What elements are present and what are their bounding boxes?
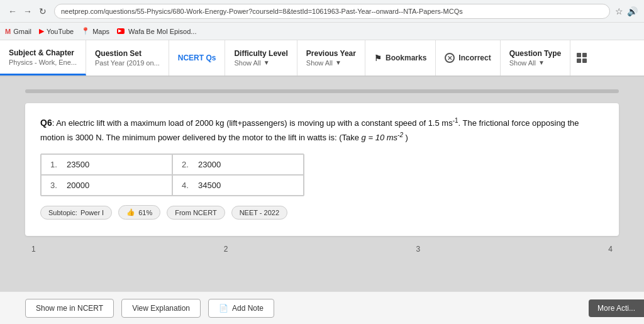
page-2[interactable]: 2 [224,245,228,254]
bookmark-wafa[interactable]: ▶ Wafa Be Mol Episod... [117,28,196,35]
add-note-button[interactable]: 📄 Add Note [208,299,274,318]
from-ncert-label: From NCERT [175,209,216,216]
option-4[interactable]: 4. 34500 [172,175,304,196]
option-3[interactable]: 3. 20000 [41,175,172,196]
address-bar[interactable]: neetprep.com/questions/55-Physics/680-Wo… [54,4,610,19]
exam-label: NEET - 2022 [240,209,279,216]
nav-buttons: ← → ↻ [6,5,49,18]
scroll-bar-hint[interactable] [25,89,619,93]
ncert-qs-label: NCERT Qs [178,53,216,62]
previous-year-filter[interactable]: Previous Year Show All ▼ [297,40,365,75]
option-4-num: 4. [182,181,192,190]
more-actions-button[interactable]: More Acti... [589,299,644,317]
subtopic-tag[interactable]: Subtopic: Power I [40,206,112,220]
question-number: Q6 [40,118,52,128]
note-icon: 📄 [219,304,228,313]
option-1-num: 1. [50,160,60,169]
filter-toolbar: Subject & Chapter Physics - Work, Ene...… [0,40,644,77]
question-set-value: Past Year (2019 on... [95,59,160,67]
page-1[interactable]: 1 [31,245,36,254]
options-grid: 1. 23500 2. 23000 3. 20000 4. 34500 [40,154,304,196]
exam-tag[interactable]: NEET - 2022 [231,206,287,220]
bookmark-youtube[interactable]: ▶ YouTube [39,27,74,35]
difficulty-dropdown-arrow: ▼ [264,59,270,66]
option-2[interactable]: 2. 23000 [172,154,304,175]
subtopic-value: Power I [80,209,104,216]
gmail-icon: M [5,28,11,35]
page-3[interactable]: 3 [416,245,421,254]
page-4[interactable]: 4 [608,245,613,254]
show-ncert-button[interactable]: Show me in NCERT [25,299,114,318]
option-2-value: 23000 [198,160,221,169]
option-1-value: 23500 [67,160,89,169]
show-ncert-label: Show me in NCERT [36,304,103,313]
question-type-value: Show All [509,59,536,67]
gmail-label: Gmail [13,28,31,35]
subject-chapter-value: Physics - Work, Ene... [9,59,77,66]
bookmarks-bar: M Gmail ▶ YouTube 📍 Maps ▶ Wafa Be Mol E… [0,23,644,40]
bookmark-maps[interactable]: 📍 Maps [81,27,109,35]
question-formula: g = 10 ms-2 [362,133,406,142]
pagination-area: 1 2 3 4 [25,245,619,254]
option-3-num: 3. [50,181,60,190]
action-bar: Show me in NCERT View Explanation 📄 Add … [0,291,644,324]
question-set-filter[interactable]: Question Set Past Year (2019 on... [86,40,169,75]
option-1[interactable]: 1. 23500 [41,154,172,175]
question-card: Q6: An electric lift with a maximum load… [25,103,619,236]
view-explanation-label: View Explanation [132,304,190,313]
bookmarks-filter[interactable]: ⚑ Bookmarks [365,40,436,75]
more-actions-label: More Acti... [597,304,635,313]
url-text: neetprep.com/questions/55-Physics/680-Wo… [61,8,463,15]
tags-row: Subtopic: Power I 👍 61% From NCERT NEET … [40,205,604,220]
accuracy-tag[interactable]: 👍 61% [118,205,160,220]
option-2-num: 2. [182,160,192,169]
maps-label: Maps [92,28,109,35]
wafa-label: Wafa Be Mol Episod... [128,28,196,35]
question-type-filter[interactable]: Question Type Show All ▼ [501,40,570,75]
youtube-label: YouTube [47,28,74,35]
incorrect-x-icon: ✕ [445,53,455,63]
bookmark-gmail[interactable]: M Gmail [5,28,31,35]
question-type-label: Question Type [509,49,561,58]
option-3-value: 20000 [67,181,89,190]
previous-year-value: Show All [306,59,333,67]
reload-button[interactable]: ↻ [36,5,49,18]
previous-year-dropdown-arrow: ▼ [335,59,341,66]
main-content: Q6: An electric lift with a maximum load… [0,77,644,324]
accuracy-value: 61% [138,209,152,216]
difficulty-level-filter[interactable]: Difficulty Level Show All ▼ [225,40,297,75]
audio-icon[interactable]: 🔊 [627,6,638,16]
ncert-tag[interactable]: From NCERT [167,206,225,220]
difficulty-level-value: Show All [234,59,260,67]
question-body-text: An electric lift with a maximum load of … [56,118,452,128]
subject-chapter-label: Subject & Chapter [9,48,77,57]
maps-icon: 📍 [81,27,90,35]
question-superscript1: -1 [453,117,458,124]
difficulty-level-label: Difficulty Level [234,49,287,58]
subtopic-label: Subtopic: [48,209,77,216]
grid-squares-icon [577,53,587,63]
star-icon[interactable]: ☆ [615,6,623,16]
browser-bar: ← → ↻ neetprep.com/questions/55-Physics/… [0,0,644,23]
incorrect-filter[interactable]: ✕ Incorrect [436,40,500,75]
question-text3: ) [406,133,408,142]
ncert-qs-filter[interactable]: NCERT Qs [169,40,226,75]
view-explanation-button[interactable]: View Explanation [121,299,201,318]
question-type-dropdown-arrow: ▼ [538,59,545,66]
youtube-icon: ▶ [39,27,44,35]
option-4-value: 34500 [198,181,221,190]
grid-view-icon[interactable] [570,40,593,75]
previous-year-label: Previous Year [306,49,356,58]
wafa-icon: ▶ [117,28,125,34]
thumb-icon: 👍 [126,208,135,216]
browser-action-icons: ☆ 🔊 [615,6,638,16]
add-note-label: Add Note [232,304,264,313]
question-set-label: Question Set [95,49,160,58]
bookmark-flag-icon: ⚑ [374,53,382,63]
bookmarks-label: Bookmarks [386,53,426,62]
incorrect-label: Incorrect [458,53,491,62]
back-button[interactable]: ← [6,5,19,18]
question-text: Q6: An electric lift with a maximum load… [40,116,604,145]
subject-chapter-filter[interactable]: Subject & Chapter Physics - Work, Ene... [0,40,86,75]
forward-button[interactable]: → [21,5,34,18]
